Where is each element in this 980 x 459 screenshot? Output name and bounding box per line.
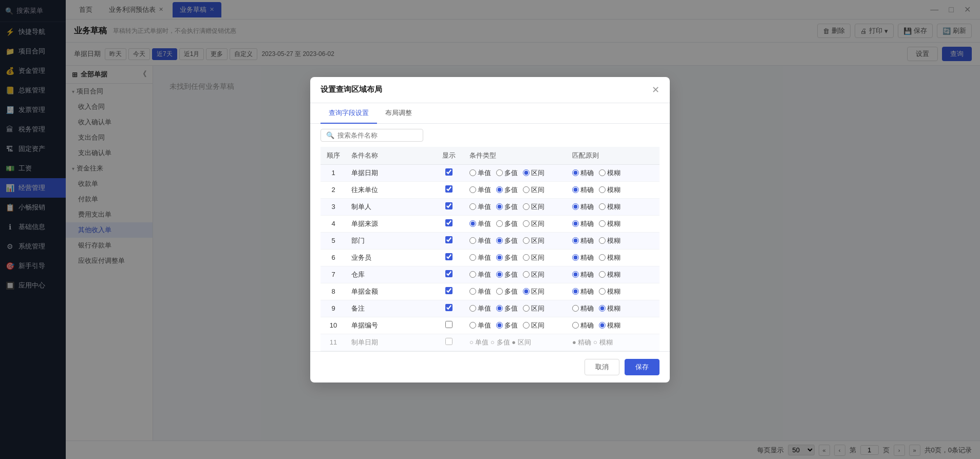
- match-label-match_exact-1[interactable]: 精确: [572, 185, 594, 195]
- show-checkbox-partial[interactable]: [445, 338, 453, 345]
- type-label-type_multi-1[interactable]: 多值: [496, 185, 518, 195]
- type-label-type_range-1[interactable]: 区间: [523, 185, 544, 195]
- show-checkbox-2[interactable]: [445, 202, 453, 209]
- type-label-type_range-5[interactable]: 区间: [523, 253, 544, 262]
- match-radio-match_exact-4[interactable]: [572, 237, 579, 244]
- type-label-type_single-8[interactable]: 单值: [469, 304, 491, 313]
- match-label-match_exact-4[interactable]: 精确: [572, 236, 594, 245]
- match-radio-match_fuzzy-0[interactable]: [599, 169, 606, 176]
- type-radio-type_range-7[interactable]: [523, 288, 530, 295]
- type-radio-type_multi-7[interactable]: [496, 288, 503, 295]
- type-label-type_multi-6[interactable]: 多值: [496, 270, 518, 279]
- type-label-type_single-6[interactable]: 单值: [469, 270, 491, 279]
- match-label-match_exact-0[interactable]: 精确: [572, 168, 594, 178]
- match-label-match_fuzzy-8[interactable]: 模糊: [599, 304, 620, 313]
- type-radio-type_multi-4[interactable]: [496, 237, 503, 244]
- type-label-type_range-9[interactable]: 区间: [523, 321, 544, 330]
- type-radio-type_single-2[interactable]: [469, 203, 476, 210]
- show-checkbox-1[interactable]: [445, 185, 453, 193]
- type-label-type_single-7[interactable]: 单值: [469, 287, 491, 296]
- type-radio-type_single-5[interactable]: [469, 254, 476, 261]
- match-radio-match_exact-9[interactable]: [572, 322, 579, 329]
- match-label-match_fuzzy-4[interactable]: 模糊: [599, 236, 620, 245]
- match-radio-match_fuzzy-1[interactable]: [599, 186, 606, 193]
- type-radio-type_single-0[interactable]: [469, 169, 476, 176]
- type-label-type_multi-9[interactable]: 多值: [496, 321, 518, 330]
- match-radio-match_fuzzy-5[interactable]: [599, 254, 606, 261]
- match-label-match_exact-7[interactable]: 精确: [572, 287, 594, 296]
- match-label-match_fuzzy-7[interactable]: 模糊: [599, 287, 620, 296]
- type-label-type_range-8[interactable]: 区间: [523, 304, 544, 313]
- type-radio-type_single-3[interactable]: [469, 220, 476, 227]
- match-label-match_fuzzy-1[interactable]: 模糊: [599, 185, 620, 195]
- modal-search-input[interactable]: [337, 131, 420, 139]
- cancel-button[interactable]: 取消: [585, 359, 619, 375]
- type-radio-type_single-4[interactable]: [469, 237, 476, 244]
- type-radio-type_multi-9[interactable]: [496, 322, 503, 329]
- match-label-match_fuzzy-2[interactable]: 模糊: [599, 202, 620, 212]
- show-checkbox-4[interactable]: [445, 236, 453, 243]
- match-radio-match_exact-1[interactable]: [572, 186, 579, 193]
- match-radio-match_fuzzy-3[interactable]: [599, 220, 606, 227]
- show-checkbox-8[interactable]: [445, 304, 453, 311]
- type-label-type_single-9[interactable]: 单值: [469, 321, 491, 330]
- type-label-type_range-4[interactable]: 区间: [523, 236, 544, 245]
- type-radio-type_multi-5[interactable]: [496, 254, 503, 261]
- match-label-match_exact-5[interactable]: 精确: [572, 253, 594, 262]
- match-radio-match_fuzzy-9[interactable]: [599, 322, 606, 329]
- type-radio-type_multi-3[interactable]: [496, 220, 503, 227]
- type-radio-type_multi-8[interactable]: [496, 305, 503, 312]
- save-button[interactable]: 保存: [625, 359, 659, 375]
- modal-tab-field-settings[interactable]: 查询字段设置: [321, 103, 377, 124]
- show-checkbox-6[interactable]: [445, 270, 453, 277]
- match-radio-match_exact-3[interactable]: [572, 220, 579, 227]
- type-radio-type_single-1[interactable]: [469, 186, 476, 193]
- type-label-type_range-6[interactable]: 区间: [523, 270, 544, 279]
- type-radio-type_range-6[interactable]: [523, 271, 530, 278]
- type-radio-type_range-5[interactable]: [523, 254, 530, 261]
- match-radio-match_exact-6[interactable]: [572, 271, 579, 278]
- match-radio-match_fuzzy-2[interactable]: [599, 203, 606, 210]
- type-radio-type_multi-6[interactable]: [496, 271, 503, 278]
- show-checkbox-0[interactable]: [445, 168, 453, 176]
- match-label-match_exact-8[interactable]: 精确: [572, 304, 594, 313]
- type-radio-type_single-6[interactable]: [469, 271, 476, 278]
- type-label-type_range-3[interactable]: 区间: [523, 219, 544, 228]
- type-label-type_multi-2[interactable]: 多值: [496, 202, 518, 212]
- match-label-match_fuzzy-3[interactable]: 模糊: [599, 219, 620, 228]
- type-radio-type_range-9[interactable]: [523, 322, 530, 329]
- match-label-match_exact-9[interactable]: 精确: [572, 321, 594, 330]
- match-radio-match_fuzzy-6[interactable]: [599, 271, 606, 278]
- match-radio-match_exact-5[interactable]: [572, 254, 579, 261]
- type-radio-type_single-9[interactable]: [469, 322, 476, 329]
- type-radio-type_range-4[interactable]: [523, 237, 530, 244]
- match-label-match_fuzzy-6[interactable]: 模糊: [599, 270, 620, 279]
- type-label-type_multi-8[interactable]: 多值: [496, 304, 518, 313]
- type-label-type_multi-3[interactable]: 多值: [496, 219, 518, 228]
- type-radio-type_single-8[interactable]: [469, 305, 476, 312]
- type-label-type_multi-7[interactable]: 多值: [496, 287, 518, 296]
- type-radio-type_range-2[interactable]: [523, 203, 530, 210]
- type-label-type_single-5[interactable]: 单值: [469, 253, 491, 262]
- type-label-type_single-3[interactable]: 单值: [469, 219, 491, 228]
- match-radio-match_exact-2[interactable]: [572, 203, 579, 210]
- type-label-type_range-2[interactable]: 区间: [523, 202, 544, 212]
- type-radio-type_multi-0[interactable]: [496, 169, 503, 176]
- type-label-type_multi-0[interactable]: 多值: [496, 168, 518, 178]
- match-label-match_fuzzy-9[interactable]: 模糊: [599, 321, 620, 330]
- show-checkbox-3[interactable]: [445, 219, 453, 226]
- match-label-match_exact-3[interactable]: 精确: [572, 219, 594, 228]
- type-radio-type_range-1[interactable]: [523, 186, 530, 193]
- type-label-type_single-1[interactable]: 单值: [469, 185, 491, 195]
- type-label-type_range-0[interactable]: 区间: [523, 168, 544, 178]
- type-radio-type_multi-2[interactable]: [496, 203, 503, 210]
- type-label-type_range-7[interactable]: 区间: [523, 287, 544, 296]
- type-label-type_multi-4[interactable]: 多值: [496, 236, 518, 245]
- type-radio-type_range-3[interactable]: [523, 220, 530, 227]
- match-label-match_fuzzy-0[interactable]: 模糊: [599, 168, 620, 178]
- match-radio-match_fuzzy-7[interactable]: [599, 288, 606, 295]
- type-radio-type_range-0[interactable]: [523, 169, 530, 176]
- match-radio-match_fuzzy-8[interactable]: [599, 305, 606, 312]
- match-radio-match_exact-8[interactable]: [572, 305, 579, 312]
- match-label-match_fuzzy-5[interactable]: 模糊: [599, 253, 620, 262]
